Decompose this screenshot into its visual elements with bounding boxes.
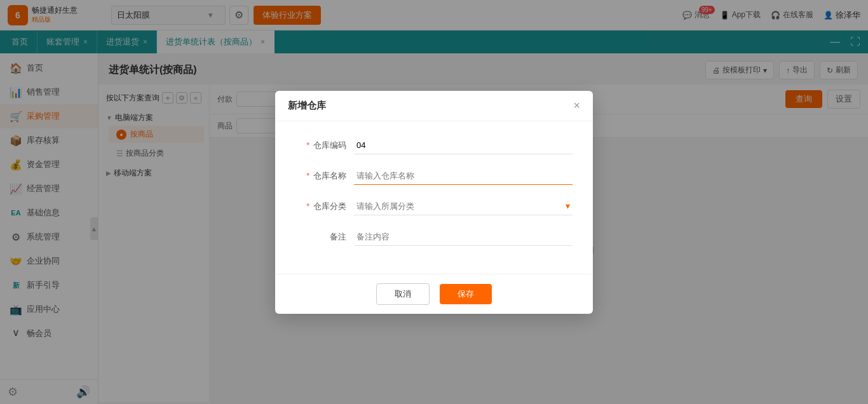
warehouse-name-input[interactable] <box>354 167 573 185</box>
warehouse-category-label: * 仓库分类 <box>295 201 346 212</box>
warehouse-category-row: * 仓库分类 ▾ <box>295 198 573 215</box>
modal-header: 新增仓库 × <box>275 91 593 121</box>
dropdown-arrow-icon: ▾ <box>566 201 570 211</box>
modal-body: * 仓库编码 * 仓库名称 * 仓库分类 <box>275 121 593 274</box>
warehouse-code-row: * 仓库编码 <box>295 137 573 154</box>
modal-overlay: 新增仓库 × * 仓库编码 * 仓库名称 <box>0 0 868 404</box>
warehouse-note-input[interactable] <box>354 228 573 246</box>
warehouse-name-row: * 仓库名称 <box>295 167 573 185</box>
modal-close-button[interactable]: × <box>573 100 580 111</box>
add-warehouse-modal: 新增仓库 × * 仓库编码 * 仓库名称 <box>275 91 593 314</box>
cancel-button[interactable]: 取消 <box>376 283 430 305</box>
warehouse-category-wrapper: ▾ <box>354 198 573 215</box>
warehouse-note-row: 备注 <box>295 228 573 246</box>
modal-title: 新增仓库 <box>288 100 326 112</box>
warehouse-code-label: * 仓库编码 <box>295 140 346 151</box>
warehouse-name-label: * 仓库名称 <box>295 170 346 182</box>
warehouse-category-input[interactable] <box>354 198 573 215</box>
warehouse-note-label: 备注 <box>295 231 346 243</box>
modal-footer: 取消 保存 <box>275 274 593 314</box>
warehouse-code-input[interactable] <box>354 137 573 154</box>
save-button[interactable]: 保存 <box>440 284 492 304</box>
